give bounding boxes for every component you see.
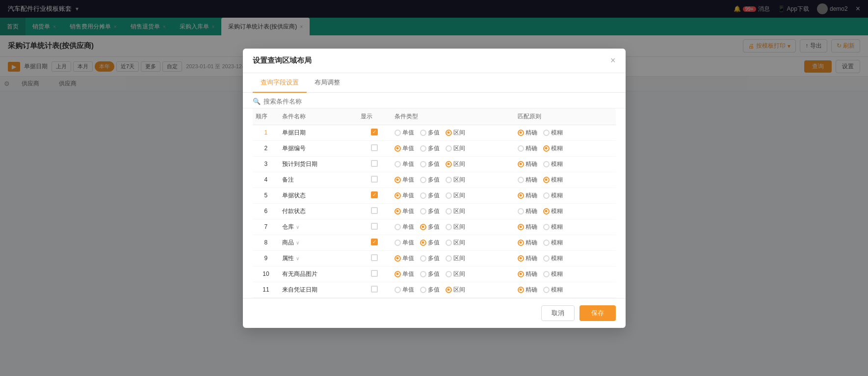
tab-fields-label: 查询字段设置 (261, 79, 299, 86)
settings-modal: 设置查询区域布局 × 查询字段设置 布局调整 🔍 顺序 条件名称 (243, 49, 626, 92)
modal-close-button[interactable]: × (610, 55, 616, 66)
modal-tabs: 查询字段设置 布局调整 (243, 73, 626, 92)
tab-layout-label: 布局调整 (315, 79, 340, 86)
modal-overlay: 设置查询区域布局 × 查询字段设置 布局调整 🔍 顺序 条件名称 (0, 0, 868, 91)
modal-header: 设置查询区域布局 × (243, 49, 626, 73)
modal-title: 设置查询区域布局 (253, 56, 312, 65)
tab-fields[interactable]: 查询字段设置 (253, 73, 307, 92)
tab-layout[interactable]: 布局调整 (307, 73, 348, 92)
